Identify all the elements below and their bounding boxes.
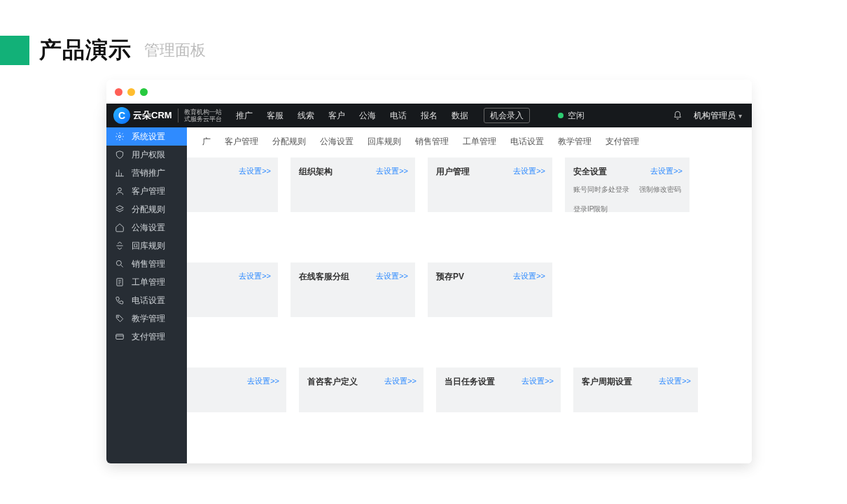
logo-text: 云朵CRM (133, 109, 172, 122)
logo-subtext: 教育机构一站式服务云平台 (184, 108, 222, 122)
settings-panel: 安全设置去设置>>账号同时多处登录强制修改密码登录IP限制 (565, 158, 690, 212)
svg-point-2 (116, 260, 121, 265)
sidebar-item-销售管理[interactable]: 销售管理 (106, 255, 187, 273)
sidebar-item-label: 销售管理 (132, 258, 165, 270)
panel-sub-item[interactable]: 账号同时多处登录 (573, 185, 629, 195)
user-icon (115, 186, 125, 196)
minimize-dot[interactable] (127, 88, 135, 96)
settings-panel: 首咨客户定义去设置>> (299, 368, 424, 412)
go-settings-link[interactable]: 去设置>> (376, 166, 408, 176)
settings-panel: 去设置>> (187, 368, 286, 412)
top-nav-数据[interactable]: 数据 (444, 104, 475, 127)
svg-point-0 (118, 135, 121, 138)
settings-panel: 组织架构去设置>> (290, 158, 415, 212)
top-nav-客服[interactable]: 客服 (260, 104, 290, 127)
logo[interactable]: 云朵CRM 教育机构一站式服务云平台 (106, 107, 229, 124)
tab-工单管理[interactable]: 工单管理 (456, 132, 503, 152)
layers-icon (115, 204, 125, 214)
sidebar-item-label: 用户权限 (132, 149, 165, 161)
sidebar-item-label: 回库规则 (132, 240, 165, 252)
chart-icon (115, 168, 125, 178)
tab-公海设置[interactable]: 公海设置 (313, 132, 360, 152)
sidebar-item-label: 教学管理 (132, 313, 165, 325)
home-icon (115, 223, 125, 232)
top-nav-报名[interactable]: 报名 (414, 104, 444, 127)
tag-icon (115, 314, 125, 323)
sidebar-item-公海设置[interactable]: 公海设置 (106, 218, 187, 237)
tab-分配规则[interactable]: 分配规则 (265, 132, 313, 152)
notification-bell-icon[interactable] (673, 111, 682, 120)
settings-panel: 预存PV去设置>> (428, 262, 552, 317)
admin-label: 机构管理员 (694, 110, 736, 122)
sidebar-item-电话设置[interactable]: 电话设置 (106, 291, 187, 309)
status-text: 空闲 (568, 110, 584, 122)
settings-icon (115, 132, 125, 141)
status-dot-icon (558, 113, 564, 118)
sidebar-item-教学管理[interactable]: 教学管理 (106, 309, 187, 328)
go-settings-link[interactable]: 去设置>> (376, 271, 408, 281)
slide-heading: 产品演示 管理面板 (0, 0, 847, 80)
panel-sub-items: 账号同时多处登录强制修改密码登录IP限制 (573, 185, 681, 214)
tab-回库规则[interactable]: 回库规则 (360, 132, 408, 152)
tab-教学管理[interactable]: 教学管理 (551, 132, 598, 152)
go-settings-link[interactable]: 去设置>> (522, 376, 554, 386)
logo-icon (113, 107, 130, 124)
sidebar-item-用户权限[interactable]: 用户权限 (106, 146, 187, 164)
go-settings-link[interactable]: 去设置>> (239, 166, 271, 176)
go-settings-link[interactable]: 去设置>> (513, 166, 545, 176)
window-titlebar (106, 80, 752, 104)
sidebar-item-系统设置[interactable]: 系统设置 (106, 127, 187, 146)
maximize-dot[interactable] (140, 88, 148, 96)
tab-销售管理[interactable]: 销售管理 (408, 132, 456, 152)
record-entry-button[interactable]: 机会录入 (484, 108, 530, 123)
app-window: 云朵CRM 教育机构一站式服务云平台 推广客服线索客户公海电话报名数据 机会录入… (106, 80, 752, 463)
accent-block (0, 36, 29, 65)
shield-icon (115, 150, 125, 160)
tab-客户管理[interactable]: 客户管理 (218, 132, 265, 152)
sidebar-item-回库规则[interactable]: 回库规则 (106, 237, 187, 255)
settings-panel: 客户周期设置去设置>> (573, 368, 698, 412)
svg-rect-5 (116, 335, 124, 340)
phone-icon (115, 295, 125, 305)
top-nav-客户[interactable]: 客户 (321, 104, 352, 127)
sidebar-item-label: 系统设置 (132, 131, 165, 143)
go-settings-link[interactable]: 去设置>> (384, 376, 416, 386)
top-nav-推广[interactable]: 推广 (229, 104, 260, 127)
top-nav: 推广客服线索客户公海电话报名数据 (229, 104, 475, 127)
settings-panel: 去设置>> (187, 158, 278, 212)
sidebar-item-分配规则[interactable]: 分配规则 (106, 200, 187, 218)
main-content: 广客户管理分配规则公海设置回库规则销售管理工单管理电话设置教学管理支付管理 去设… (187, 127, 752, 463)
tabs-row: 广客户管理分配规则公海设置回库规则销售管理工单管理电话设置教学管理支付管理 (187, 127, 752, 156)
admin-dropdown[interactable]: 机构管理员 ▾ (694, 110, 742, 122)
doc-icon (115, 277, 125, 287)
tab-电话设置[interactable]: 电话设置 (503, 132, 551, 152)
go-settings-link[interactable]: 去设置>> (513, 271, 545, 281)
sidebar-item-label: 工单管理 (132, 276, 165, 288)
chevron-down-icon: ▾ (738, 112, 742, 120)
go-settings-link[interactable]: 去设置>> (247, 376, 279, 386)
close-dot[interactable] (115, 88, 122, 96)
top-nav-公海[interactable]: 公海 (352, 104, 383, 127)
sidebar-item-工单管理[interactable]: 工单管理 (106, 273, 187, 291)
top-nav-电话[interactable]: 电话 (383, 104, 414, 127)
sidebar-item-label: 客户管理 (132, 186, 165, 197)
sidebar: 系统设置用户权限营销推广客户管理分配规则公海设置回库规则销售管理工单管理电话设置… (106, 127, 187, 463)
settings-panel: 当日任务设置去设置>> (436, 368, 561, 412)
sidebar-item-营销推广[interactable]: 营销推广 (106, 164, 187, 182)
sidebar-item-客户管理[interactable]: 客户管理 (106, 182, 187, 200)
go-settings-link[interactable]: 去设置>> (650, 166, 682, 176)
app-header: 云朵CRM 教育机构一站式服务云平台 推广客服线索客户公海电话报名数据 机会录入… (106, 104, 752, 127)
panel-sub-item[interactable]: 登录IP限制 (573, 204, 608, 214)
go-settings-link[interactable]: 去设置>> (659, 376, 691, 386)
tab-支付管理[interactable]: 支付管理 (598, 132, 646, 152)
panel-sub-item[interactable]: 强制修改密码 (639, 185, 681, 195)
tab-广[interactable]: 广 (195, 132, 218, 152)
settings-panel: 在线客服分组去设置>> (290, 262, 415, 317)
settings-panel: 去设置>> (187, 262, 278, 317)
sidebar-item-label: 分配规则 (132, 204, 165, 216)
sidebar-item-支付管理[interactable]: 支付管理 (106, 328, 187, 346)
recycle-icon (115, 241, 125, 251)
top-nav-线索[interactable]: 线索 (290, 104, 321, 127)
go-settings-link[interactable]: 去设置>> (239, 271, 271, 281)
status-indicator[interactable]: 空闲 (558, 110, 584, 122)
